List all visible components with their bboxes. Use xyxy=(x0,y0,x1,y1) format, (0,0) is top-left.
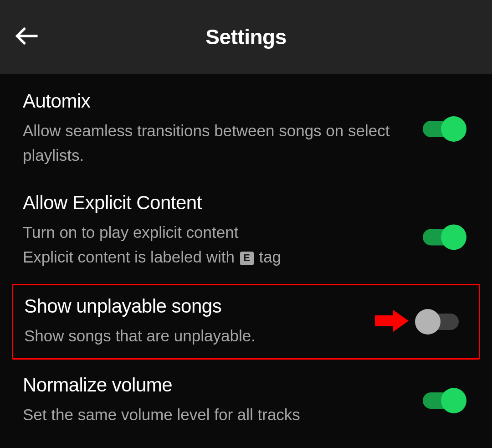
svg-marker-1 xyxy=(375,310,409,332)
setting-title: Normalize volume xyxy=(23,374,405,396)
setting-description: Turn on to play explicit content Explici… xyxy=(23,220,405,270)
page-title: Settings xyxy=(14,25,478,49)
setting-title: Allow Explicit Content xyxy=(23,192,405,214)
setting-text: Normalize volume Set the same volume lev… xyxy=(23,374,469,427)
normalize-toggle[interactable] xyxy=(423,392,465,409)
toggle-container xyxy=(423,229,465,245)
toggle-thumb xyxy=(441,388,466,413)
setting-text: Automix Allow seamless transitions betwe… xyxy=(23,90,469,168)
toggle-thumb xyxy=(441,116,466,142)
back-arrow-icon[interactable] xyxy=(14,22,41,51)
setting-row-automix[interactable]: Automix Allow seamless transitions betwe… xyxy=(0,78,492,180)
setting-row-normalize[interactable]: Normalize volume Set the same volume lev… xyxy=(0,362,492,439)
settings-content: Automix Allow seamless transitions betwe… xyxy=(0,74,492,444)
toggle-container xyxy=(423,121,465,137)
desc-line-2-before: Explicit content is labeled with xyxy=(23,248,239,266)
desc-line-1: Turn on to play explicit content xyxy=(23,223,238,241)
setting-row-unplayable-highlighted[interactable]: Show unplayable songs Show songs that ar… xyxy=(12,284,480,360)
toggle-container xyxy=(417,314,459,330)
toggle-thumb xyxy=(441,224,466,250)
annotation-arrow-icon xyxy=(375,308,410,335)
setting-description: Allow seamless transitions between songs… xyxy=(23,118,405,168)
unplayable-toggle[interactable] xyxy=(417,314,459,330)
toggle-thumb xyxy=(415,309,441,335)
setting-text: Allow Explicit Content Turn on to play e… xyxy=(23,192,469,270)
explicit-badge-icon: E xyxy=(240,252,254,265)
setting-row-explicit[interactable]: Allow Explicit Content Turn on to play e… xyxy=(0,180,492,282)
explicit-toggle[interactable] xyxy=(423,229,465,245)
toggle-container xyxy=(423,392,465,409)
desc-line-2-after: tag xyxy=(255,248,281,266)
setting-title: Automix xyxy=(23,90,405,112)
setting-title: Show unplayable songs xyxy=(24,295,349,317)
setting-description: Set the same volume level for all tracks xyxy=(23,402,405,427)
setting-description: Show songs that are unplayable. xyxy=(24,324,349,348)
header-bar: Settings xyxy=(0,0,492,74)
automix-toggle[interactable] xyxy=(423,121,465,137)
